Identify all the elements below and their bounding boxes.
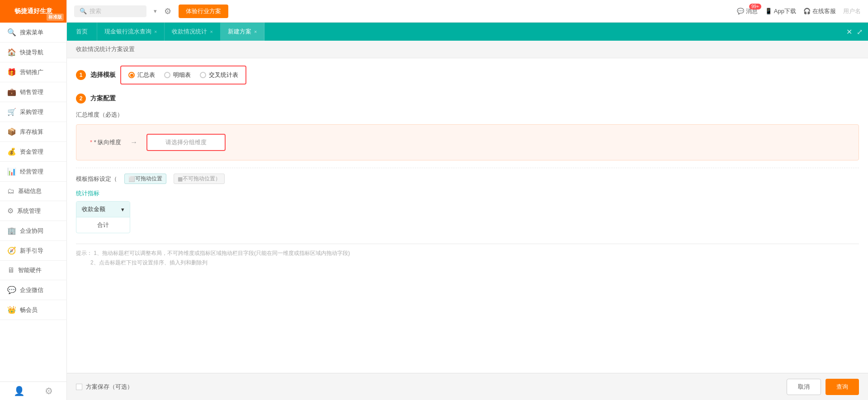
save-label: 方案保存（可选）	[86, 383, 133, 391]
sidebar: 畅捷通好生意 标准版 🔍 搜索菜单 🏠 快捷导航 🎁 营销推广 💼 销售管理 🛒…	[0, 0, 67, 400]
query-button[interactable]: 查询	[826, 379, 859, 395]
radio-summary-circle	[128, 72, 135, 78]
step2-header: 2 方案配置	[76, 94, 859, 104]
sidebar-item-marketing[interactable]: 🎁 营销推广	[0, 62, 66, 82]
sidebar-item-system[interactable]: ⚙ 系统管理	[0, 201, 66, 221]
metrics-grid-header[interactable]: 收款金额 ▾	[76, 202, 130, 217]
sidebar-item-label: 经营管理	[20, 168, 43, 176]
step1-number: 1	[76, 70, 86, 80]
support-icon: 🎧	[803, 8, 811, 14]
sidebar-item-label: 企业微信	[20, 286, 43, 294]
sidebar-item-label: 快捷导航	[20, 48, 43, 56]
tab-new-plan-close[interactable]: ×	[254, 29, 257, 34]
page-header: 收款情况统计方案设置	[67, 41, 868, 58]
sidebar-item-search[interactable]: 🔍 搜索菜单	[0, 23, 66, 42]
operations-icon: 📊	[7, 167, 16, 176]
sidebar-item-label: 基础信息	[18, 187, 42, 195]
metrics-row-label: 合计	[97, 221, 109, 228]
tip1-text: 1、拖动标题栏可以调整布局，不可跨维度或指标区域拖动栏目字段(只能在同一维度或指…	[94, 250, 350, 256]
page-body: 1 选择模板 汇总表 明细表	[67, 58, 868, 276]
radio-detail[interactable]: 明细表	[164, 71, 191, 79]
tab-bank-flow-close[interactable]: ×	[154, 29, 157, 34]
radio-cross-label: 交叉统计表	[209, 71, 238, 79]
sidebar-item-inventory[interactable]: 📦 库存核算	[0, 122, 66, 142]
template-radio-group: 汇总表 明细表 交叉统计表	[128, 71, 238, 79]
topbar: 🔍 搜索 ▾ ⚙ 体验行业方案 💬 消息 99+ 📱 App下载 🎧 在线客服 …	[67, 0, 868, 23]
sidebar-item-newbie[interactable]: 🧭 新手引导	[0, 241, 66, 261]
draggable-tag: ⬜ 可拖动位置	[124, 174, 166, 184]
sidebar-item-label: 系统管理	[17, 207, 41, 215]
topbar-gear-icon[interactable]: ⚙	[164, 6, 171, 16]
industry-plan-button[interactable]: 体验行业方案	[179, 5, 228, 18]
sidebar-item-basic-info[interactable]: 🗂 基础信息	[0, 182, 66, 201]
sidebar-item-label: 资金管理	[20, 148, 43, 156]
topbar-dropdown[interactable]: ▾	[154, 8, 157, 14]
sidebar-item-finance[interactable]: 💰 资金管理	[0, 142, 66, 162]
step2-section: 2 方案配置 汇总维度（必选） * * 纵向维度 → 请选择分组维度	[76, 94, 859, 235]
cancel-button[interactable]: 取消	[787, 379, 821, 395]
sidebar-item-label: 销售管理	[20, 88, 43, 96]
wechat-icon: 💬	[7, 286, 16, 294]
save-checkbox[interactable]	[76, 384, 82, 390]
tab-new-plan-label: 新建方案	[228, 28, 251, 36]
tab-maximize-icon[interactable]: ⤢	[857, 28, 863, 36]
dimension-select-box[interactable]: 请选择分组维度	[146, 134, 226, 151]
main-area: 🔍 搜索 ▾ ⚙ 体验行业方案 💬 消息 99+ 📱 App下载 🎧 在线客服 …	[67, 0, 868, 400]
draggable-label: 可拖动位置	[135, 175, 162, 183]
online-support-button[interactable]: 🎧 在线客服	[803, 7, 836, 15]
dimension-title: 汇总维度（必选）	[76, 111, 859, 119]
sidebar-item-sales[interactable]: 💼 销售管理	[0, 82, 66, 102]
user-avatar-icon[interactable]: 👤	[14, 386, 25, 396]
sidebar-item-wechat[interactable]: 💬 企业微信	[0, 280, 66, 300]
app-download-button[interactable]: 📱 App下载	[765, 7, 796, 15]
topbar-search[interactable]: 🔍 搜索	[74, 5, 146, 17]
tips-section: 提示： 1、拖动标题栏可以调整布局，不可跨维度或指标区域拖动栏目字段(只能在同一…	[76, 244, 859, 267]
radio-cross[interactable]: 交叉统计表	[200, 71, 238, 79]
notification-button[interactable]: 💬 消息 99+	[737, 7, 758, 15]
not-draggable-indicator: ▦	[178, 176, 183, 182]
metrics-title-text: 模板指标设定（	[76, 175, 117, 183]
sidebar-item-member[interactable]: 👑 畅会员	[0, 300, 66, 320]
settings-bottom-icon[interactable]: ⚙	[45, 386, 53, 396]
tips-prefix: 提示：	[76, 250, 92, 256]
sidebar-item-label: 新手引导	[20, 247, 43, 255]
tab-receipt-stat-close[interactable]: ×	[210, 29, 212, 34]
finance-icon: 💰	[7, 147, 16, 156]
sidebar-item-label: 智能硬件	[18, 266, 42, 274]
tip2: 2、点击标题栏下拉可设置排序、插入列和删除列	[76, 259, 859, 267]
template-options-box: 汇总表 明细表 交叉统计表	[120, 66, 246, 85]
sidebar-item-quick-nav[interactable]: 🏠 快捷导航	[0, 42, 66, 62]
config-section: 汇总维度（必选） * * 纵向维度 → 请选择分组维度	[76, 111, 859, 235]
tab-bank-flow[interactable]: 现金银行流水查询 ×	[97, 23, 165, 41]
sidebar-item-operations[interactable]: 📊 经营管理	[0, 162, 66, 182]
sidebar-item-enterprise[interactable]: 🏢 企业协同	[0, 221, 66, 241]
not-draggable-label: 不可拖动位置）	[183, 175, 221, 183]
tab-receipt-stat[interactable]: 收款情况统计 ×	[165, 23, 220, 41]
step1-title: 选择模板	[90, 71, 116, 79]
search-placeholder: 搜索	[90, 7, 101, 15]
marketing-icon: 🎁	[7, 68, 16, 76]
app-logo: 畅捷通好生意 标准版	[0, 0, 66, 23]
home-icon: 🏠	[7, 48, 16, 56]
tab-home[interactable]: 首页	[67, 23, 97, 41]
tab-home-label: 首页	[76, 28, 88, 36]
draggable-indicator: ⬜	[128, 176, 135, 182]
sidebar-item-purchase[interactable]: 🛒 采购管理	[0, 102, 66, 122]
radio-summary[interactable]: 汇总表	[128, 71, 155, 79]
app-version: 标准版	[47, 14, 64, 21]
tabbar: 首页 现金银行流水查询 × 收款情况统计 × 新建方案 × ✕ ⤢	[67, 23, 868, 41]
metrics-setting: 模板指标设定（ ⬜ 可拖动位置 ▦ 不可拖动位置） 统计指标	[76, 168, 859, 235]
sales-icon: 💼	[7, 88, 16, 96]
sidebar-item-label: 搜索菜单	[20, 28, 43, 37]
footer: 方案保存（可选） 取消 查询	[67, 373, 868, 400]
sidebar-item-smart-hw[interactable]: 🖥 智能硬件	[0, 261, 66, 280]
tab-receipt-stat-label: 收款情况统计	[172, 28, 207, 36]
step2-number: 2	[76, 94, 86, 104]
tab-new-plan[interactable]: 新建方案 ×	[221, 23, 264, 41]
online-support-label: 在线客服	[812, 7, 836, 15]
tab-close-icon[interactable]: ✕	[846, 28, 852, 36]
metrics-dropdown-icon[interactable]: ▾	[121, 206, 124, 213]
radio-detail-circle	[164, 72, 170, 78]
info-icon: 🗂	[7, 187, 14, 195]
vertical-label-text: * 纵向维度	[94, 139, 122, 146]
